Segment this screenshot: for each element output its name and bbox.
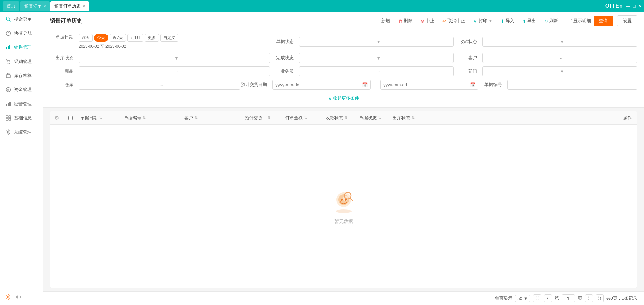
delivery-date-to-field[interactable] [383, 82, 469, 87]
th-checkbox[interactable] [63, 116, 77, 120]
cancel-stop-icon: ↩ [442, 18, 446, 24]
doc-status-arrow: ▼ [376, 39, 450, 44]
th-customer[interactable]: 客户 ⇅ [181, 115, 242, 121]
sidebar-item-quick-nav[interactable]: 快捷导航 [0, 26, 43, 40]
out-status-dropdown[interactable]: ▼ [79, 53, 270, 63]
display-detail-checkbox[interactable] [568, 19, 572, 23]
th-date[interactable]: 单据日期 ⇅ [77, 115, 121, 121]
department-dropdown[interactable]: ▼ [482, 66, 637, 76]
next-page-button[interactable]: ⟩ [585, 294, 593, 302]
th-out-status[interactable]: 出库状态 ⇅ [389, 115, 423, 121]
delete-button[interactable]: 🗑 删除 [395, 16, 415, 25]
warehouse-dots: ··· [160, 82, 238, 87]
new-button[interactable]: ＋ + 新增 [369, 16, 393, 25]
doc-status-dropdown[interactable]: ▼ [299, 37, 454, 47]
th-pay-status[interactable]: 收款状态 ⇅ [322, 115, 356, 121]
out-status-label: 出库状态 [50, 55, 77, 61]
print-icon: 🖨 [473, 18, 477, 24]
svg-text:¥: ¥ [7, 89, 9, 92]
current-page-input[interactable] [562, 294, 575, 302]
tab-sales-history[interactable]: 销售订单历史 × [50, 1, 89, 11]
search-icon [5, 16, 11, 22]
date-btn-more[interactable]: 更多 [145, 34, 159, 42]
th-doc-status[interactable]: 单据状态 ⇅ [356, 115, 389, 121]
sidebar-item-search-menu[interactable]: 搜索菜单 [0, 12, 43, 26]
svg-point-20 [8, 296, 9, 298]
th-out-status-sort-icon: ⇅ [412, 116, 415, 120]
th-doc-status-sort-icon: ⇅ [378, 116, 381, 120]
settings-button[interactable]: 设置 [617, 15, 637, 26]
page-size-select[interactable]: 50 ▼ [515, 295, 530, 302]
tab-home-label: 首页 [7, 3, 15, 9]
sidebar-item-inventory-calc[interactable]: 库存核算 [0, 69, 43, 83]
sidebar-item-base-info[interactable]: 基础信息 [0, 111, 43, 125]
prev-page-button[interactable]: ⟨ [544, 294, 552, 302]
complete-status-dropdown[interactable]: ▼ [299, 53, 454, 63]
sidebar-item-purchase-mgmt[interactable]: 采购管理 [0, 54, 43, 69]
filter-row-4: 仓库 ··· 预计交货日期 📅 — [50, 80, 637, 90]
date-btn-today[interactable]: 今天 [94, 34, 108, 42]
date-filter-group: 单据日期 昨天 今天 近7天 近1月 更多 自定义 2023-06-02 至 2… [50, 34, 270, 49]
payment-status-dropdown[interactable]: ▼ [482, 37, 637, 47]
salesperson-input[interactable]: ··· [299, 66, 454, 76]
tab-sales-history-close[interactable]: × [83, 4, 85, 8]
sidebar-item-ops-mgmt[interactable]: 经营管理 [0, 97, 43, 111]
refresh-button[interactable]: ↻ 刷新 [542, 16, 561, 25]
query-button[interactable]: 查询 [594, 16, 613, 26]
tab-sales-order[interactable]: 销售订单 × [20, 1, 50, 11]
svg-marker-3 [8, 32, 9, 33]
doc-number-label: 单据编号 [478, 82, 505, 88]
display-detail-checkbox-label[interactable]: 显示明细 [568, 18, 591, 24]
print-button[interactable]: 🖨 打印 ▼ [470, 16, 495, 25]
page-size-value: 50 [517, 296, 522, 301]
th-delivery[interactable]: 预计交货... ⇅ [242, 115, 282, 121]
svg-rect-12 [6, 104, 7, 106]
th-amount[interactable]: 订单金额 ⇅ [282, 115, 322, 121]
product-input[interactable]: ··· [79, 66, 270, 76]
doc-number-input[interactable] [507, 80, 637, 90]
complete-status-label: 完成状态 [270, 55, 297, 61]
warehouse-input[interactable]: ··· [79, 80, 240, 90]
delivery-date-from-field[interactable] [275, 82, 361, 87]
last-page-button[interactable]: ⟩⟩ [596, 294, 604, 302]
cancel-stop-button[interactable]: ↩ 取消中止 [440, 16, 468, 25]
delivery-date-from-input[interactable]: 📅 [272, 80, 371, 90]
sidebar-item-sys-mgmt[interactable]: 系统管理 [0, 125, 43, 139]
sidebar-item-sales-mgmt[interactable]: 销售管理 [0, 40, 43, 54]
date-btn-yesterday[interactable]: 昨天 [79, 34, 93, 42]
sidebar-label-base-info: 基础信息 [14, 115, 32, 121]
tab-home[interactable]: 首页 [3, 1, 19, 11]
minimize-button[interactable]: — [626, 4, 630, 9]
stop-button[interactable]: ⊘ 中止 [418, 16, 437, 25]
delivery-date-to-input[interactable]: 📅 [380, 80, 478, 90]
empty-state: 暂无数据 [50, 125, 637, 288]
sidebar-settings-icon[interactable] [5, 294, 11, 301]
delete-label: 删除 [404, 18, 413, 24]
th-number-label: 单据编号 [124, 115, 141, 121]
customer-input[interactable]: ··· [482, 53, 637, 63]
date-btn-7days[interactable]: 近7天 [110, 34, 126, 42]
th-number[interactable]: 单据编号 ⇅ [121, 115, 181, 121]
sidebar-volume-icon[interactable] [15, 294, 22, 301]
date-btn-1month[interactable]: 近1月 [127, 34, 144, 42]
restore-button[interactable]: □ [633, 4, 636, 9]
th-settings[interactable]: ⚙ [50, 115, 63, 121]
sidebar-item-fund-mgmt[interactable]: ¥ 资金管理 [0, 83, 43, 97]
customer-dots: ··· [560, 55, 634, 61]
svg-rect-9 [6, 75, 10, 78]
th-delivery-label: 预计交货... [245, 115, 266, 121]
collapse-row[interactable]: ∧ 收起更多条件 [50, 93, 637, 103]
settings-gear-icon[interactable]: ⚙ [54, 115, 59, 121]
date-dash: — [372, 82, 379, 87]
close-button[interactable]: × [638, 3, 641, 9]
doc-number-field[interactable] [510, 82, 634, 87]
export-button[interactable]: ⬆ 导出 [520, 16, 539, 25]
page-header: 销售订单历史 ＋ + 新增 🗑 删除 ⊘ 中止 ↩ 取消中止 [43, 12, 644, 30]
first-page-button[interactable]: ⟨⟨ [533, 294, 541, 302]
import-button[interactable]: ⬇ 导入 [498, 16, 517, 25]
customer-filter-group: 客户 ··· [454, 53, 637, 63]
tab-sales-order-close[interactable]: × [44, 4, 46, 8]
select-all-checkbox[interactable] [68, 116, 73, 120]
date-filter-label: 单据日期 [50, 34, 77, 40]
date-btn-custom[interactable]: 自定义 [160, 34, 178, 42]
